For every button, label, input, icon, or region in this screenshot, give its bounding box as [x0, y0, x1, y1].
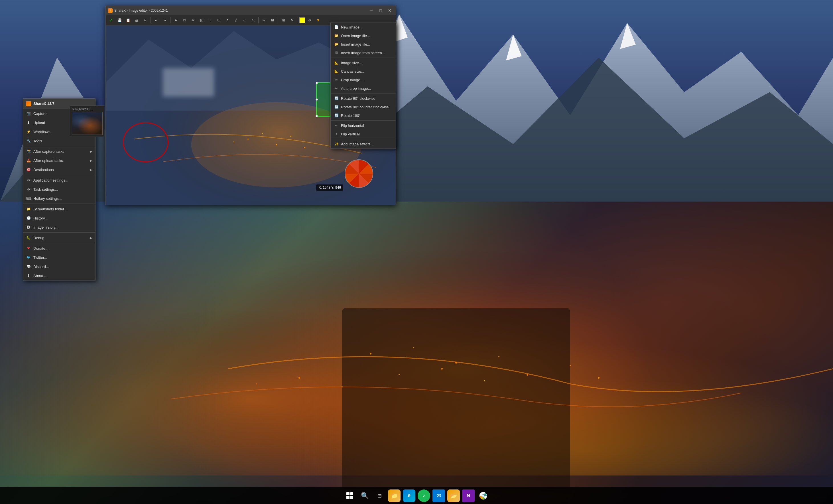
- after-upload-icon: 📤: [26, 158, 31, 163]
- menu-item-after-capture[interactable]: 📸 After capture tasks ▶: [23, 147, 95, 156]
- editor-title: ShareX - Image editor - 2059x1241: [114, 8, 367, 13]
- dropdown-rotate-ccw[interactable]: 🔄 Rotate 90° counter clockwise: [331, 103, 396, 111]
- toolbar-text[interactable]: T: [206, 16, 214, 24]
- blur-region: [163, 68, 214, 97]
- toolbar-select[interactable]: ➤: [172, 16, 180, 24]
- toolbar-crop[interactable]: ✂: [260, 16, 268, 24]
- dropdown-rotate-cw[interactable]: 🔄 Rotate 90° clockwise: [331, 94, 396, 103]
- dropdown-sep-2: [331, 93, 396, 94]
- toolbar-image-menu[interactable]: ▼: [314, 16, 322, 24]
- image-editor-window: S ShareX - Image editor - 2059x1241 ─ □ …: [105, 6, 396, 205]
- toolbar-callout[interactable]: ☐: [215, 16, 223, 24]
- menu-item-donate[interactable]: ❤ Donate...: [23, 244, 95, 253]
- toolbar-zoom[interactable]: ⊞: [268, 16, 277, 24]
- menu-item-image-history[interactable]: 🖼 Image history...: [23, 223, 95, 232]
- image-size-icon: 📐: [334, 61, 339, 65]
- svg-point-28: [262, 133, 263, 134]
- toolbar-blur[interactable]: ◰: [197, 16, 206, 24]
- dropdown-open-image[interactable]: 📂 Open image file...: [331, 31, 396, 40]
- thumb-preview: [72, 112, 102, 135]
- add-effects-icon: ✨: [334, 142, 339, 146]
- crop-image-icon: ✂: [334, 77, 339, 82]
- toolbar-sep-1: [150, 17, 151, 23]
- toolbar-sep-4: [278, 17, 278, 23]
- destinations-icon: 🎯: [26, 167, 31, 172]
- editor-app-icon: S: [108, 8, 113, 13]
- capture-thumbnail[interactable]: [72, 112, 103, 135]
- task-settings-icon: ⚙: [26, 187, 31, 192]
- toolbar-cut[interactable]: ✂: [141, 16, 149, 24]
- dropdown-insert-from-screen[interactable]: 🖥 Insert image from screen...: [331, 48, 396, 57]
- toolbar-pen[interactable]: ✏: [189, 16, 197, 24]
- svg-point-32: [234, 141, 234, 142]
- toolbar-counter[interactable]: ①: [249, 16, 257, 24]
- dropdown-new-image[interactable]: 📄 New image...: [331, 23, 396, 31]
- search-taskbar-button[interactable]: 🔍: [358, 489, 371, 502]
- dropdown-sep-4: [331, 139, 396, 139]
- menu-item-destinations[interactable]: 🎯 Destinations ▶: [23, 165, 95, 174]
- svg-point-16: [484, 380, 485, 381]
- minimize-button[interactable]: ─: [367, 7, 376, 14]
- capture-filename: 6qEQK9Cd5...: [72, 107, 102, 111]
- handle-bl[interactable]: [315, 115, 318, 117]
- edge-button[interactable]: e: [403, 489, 415, 502]
- toolbar-grid[interactable]: ⊞: [280, 16, 288, 24]
- handle-tl[interactable]: [315, 82, 318, 84]
- toolbar-settings[interactable]: ⚙: [306, 16, 314, 24]
- toolbar-sep-3: [258, 17, 259, 23]
- task-view-button[interactable]: ⊟: [373, 489, 386, 502]
- win-logo-q2: [350, 492, 354, 496]
- menu-item-about[interactable]: ℹ About...: [23, 271, 95, 280]
- svg-point-12: [455, 362, 457, 363]
- dropdown-image-size[interactable]: 📐 Image size...: [331, 58, 396, 67]
- menu-item-task-settings[interactable]: ⚙ Task settings...: [23, 185, 95, 194]
- mail-button[interactable]: ✉: [432, 489, 445, 502]
- dropdown-canvas-size[interactable]: 📐 Canvas size...: [331, 67, 396, 75]
- svg-point-14: [399, 374, 400, 376]
- menu-item-screenshots-folder[interactable]: 📁 Screenshots folder...: [23, 205, 95, 214]
- dropdown-insert-image-file[interactable]: 📂 Insert image file...: [331, 40, 396, 48]
- close-button[interactable]: ✕: [386, 7, 394, 14]
- folder-button[interactable]: 📂: [447, 489, 460, 502]
- toolbar-save[interactable]: 💾: [116, 16, 123, 24]
- toolbar-cursor[interactable]: ↖: [288, 16, 296, 24]
- toolbar-redo[interactable]: ↪: [161, 16, 169, 24]
- menu-sep-1: [23, 146, 95, 146]
- menu-item-after-upload[interactable]: 📤 After upload tasks ▶: [23, 156, 95, 165]
- svg-point-19: [341, 386, 343, 387]
- win-logo-q3: [347, 496, 350, 499]
- toolbar-confirm[interactable]: ✓: [107, 16, 115, 24]
- toolbar-rect[interactable]: □: [181, 16, 188, 24]
- dropdown-auto-crop[interactable]: ✂ Auto crop image...: [331, 84, 396, 93]
- handle-ml[interactable]: [315, 98, 318, 101]
- editor-window-controls: ─ □ ✕: [367, 7, 394, 14]
- dropdown-rotate-180[interactable]: 🔄 Rotate 180°: [331, 111, 396, 120]
- toolbar-arrow[interactable]: ↗: [223, 16, 231, 24]
- chrome-button[interactable]: [477, 489, 490, 502]
- dropdown-flip-h[interactable]: ↔ Flip horizontal: [331, 121, 396, 130]
- svg-point-18: [299, 377, 300, 379]
- toolbar-copy[interactable]: 📋: [124, 16, 132, 24]
- dropdown-crop-image[interactable]: ✂ Crop image...: [331, 75, 396, 84]
- about-icon: ℹ: [26, 273, 31, 278]
- file-explorer-button[interactable]: 📁: [388, 489, 401, 502]
- maximize-button[interactable]: □: [377, 7, 385, 14]
- menu-item-twitter[interactable]: 🐦 Twitter...: [23, 253, 95, 262]
- dropdown-flip-v[interactable]: ↕ Flip vertical: [331, 130, 396, 138]
- onenote-button[interactable]: N: [462, 489, 475, 502]
- menu-item-discord[interactable]: 💬 Discord...: [23, 262, 95, 271]
- dropdown-add-effects[interactable]: ✨ Add image effects...: [331, 140, 396, 148]
- spotify-button[interactable]: ♪: [418, 489, 430, 502]
- toolbar-line[interactable]: ╱: [232, 16, 240, 24]
- toolbar-ellipse[interactable]: ○: [240, 16, 248, 24]
- menu-item-history[interactable]: 🕐 History...: [23, 214, 95, 223]
- start-button[interactable]: [343, 489, 356, 502]
- menu-item-tools[interactable]: 🔧 Tools: [23, 136, 95, 145]
- menu-item-app-settings[interactable]: ⚙ Application settings...: [23, 175, 95, 185]
- menu-item-hotkey-settings[interactable]: ⌨ Hotkey settings...: [23, 194, 95, 203]
- toolbar-print[interactable]: 🖨: [133, 16, 141, 24]
- menu-item-debug[interactable]: 🐛 Debug ▶: [23, 233, 95, 242]
- windows-logo: [347, 492, 353, 499]
- toolbar-undo[interactable]: ↩: [152, 16, 160, 24]
- color-indicator[interactable]: [299, 17, 305, 23]
